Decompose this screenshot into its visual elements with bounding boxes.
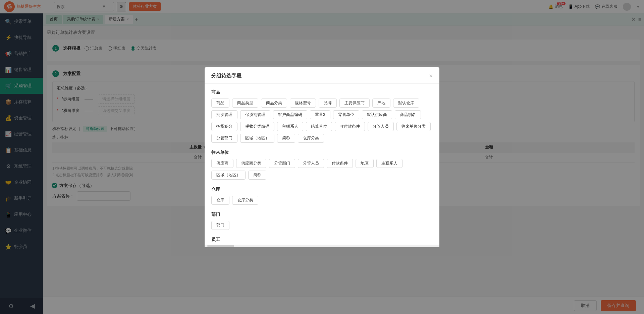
field-group-title-product: 商品 [211,89,433,95]
field-select-modal: 分组待选字段 × 商品商品商品类型商品分类规格型号品牌主要供应商产地默认仓库批次… [205,67,439,247]
field-chips-product: 商品商品类型商品分类规格型号品牌主要供应商产地默认仓库批次管理保质期管理客户商品… [211,99,433,143]
field-chip-仓库[interactable]: 仓库 [211,196,229,205]
field-chip-客户商品编码[interactable]: 客户商品编码 [273,110,307,119]
field-chip-简称[interactable]: 简称 [248,171,266,180]
modal-hscroll-thumb [207,245,234,247]
field-chip-商品[interactable]: 商品 [211,99,229,108]
field-chip-往来单位分类[interactable]: 往来单位分类 [396,122,431,131]
field-chip-分管人员[interactable]: 分管人员 [298,159,324,168]
field-group-counterparty: 往来单位供应商供应商分类分管部门分管人员付款条件地区主联系人区域（地区）简称 [211,149,433,180]
field-chip-零售单位[interactable]: 零售单位 [333,110,359,119]
modal-overlay: 分组待选字段 × 商品商品商品类型商品分类规格型号品牌主要供应商产地默认仓库批次… [0,0,644,314]
field-group-warehouse: 仓库仓库仓库分类 [211,186,433,205]
field-chip-付款条件[interactable]: 付款条件 [327,159,353,168]
field-group-employee: 员工业务员 [211,237,433,245]
field-chip-分管人员[interactable]: 分管人员 [368,122,394,131]
modal-header: 分组待选字段 × [205,67,439,84]
field-chip-部门[interactable]: 部门 [211,221,229,230]
field-chip-品牌[interactable]: 品牌 [319,99,337,108]
field-chip-区域（地区）[interactable]: 区域（地区） [211,171,246,180]
field-chip-仓库分类[interactable]: 仓库分类 [232,196,258,205]
field-chip-供应商分类[interactable]: 供应商分类 [236,159,266,168]
field-chip-主要供应商[interactable]: 主要供应商 [339,99,370,108]
field-chip-结算单位[interactable]: 结算单位 [306,122,332,131]
field-chip-重量3[interactable]: 重量3 [310,110,330,119]
field-chip-分管部门[interactable]: 分管部门 [211,134,237,143]
field-group-title-employee: 员工 [211,237,433,243]
field-group-title-counterparty: 往来单位 [211,149,433,155]
field-chip-地区[interactable]: 地区 [356,159,374,168]
field-chip-商品别名[interactable]: 商品别名 [395,110,421,119]
field-chip-商品类型[interactable]: 商品类型 [232,99,258,108]
field-chip-仓库分类[interactable]: 仓库分类 [298,134,324,143]
field-chip-批次管理[interactable]: 批次管理 [211,110,237,119]
field-group-product: 商品商品商品类型商品分类规格型号品牌主要供应商产地默认仓库批次管理保质期管理客户… [211,89,433,143]
field-chips-counterparty: 供应商供应商分类分管部门分管人员付款条件地区主联系人区域（地区）简称 [211,159,433,180]
field-group-title-department: 部门 [211,211,433,217]
field-chip-主联系人[interactable]: 主联系人 [376,159,402,168]
field-chip-主联系人[interactable]: 主联系人 [277,122,303,131]
modal-body[interactable]: 商品商品商品类型商品分类规格型号品牌主要供应商产地默认仓库批次管理保质期管理客户… [205,84,439,245]
field-group-title-warehouse: 仓库 [211,186,433,192]
field-chip-规格型号[interactable]: 规格型号 [290,99,316,108]
modal-title: 分组待选字段 [211,73,241,79]
field-chip-商品分类[interactable]: 商品分类 [261,99,287,108]
field-chip-收付款条件[interactable]: 收付款条件 [335,122,365,131]
field-chip-区域（地区）[interactable]: 区域（地区） [240,134,274,143]
field-chip-产地[interactable]: 产地 [372,99,390,108]
field-chips-warehouse: 仓库仓库分类 [211,196,433,205]
field-chip-保质期管理[interactable]: 保质期管理 [240,110,270,119]
field-chips-department: 部门 [211,221,433,230]
field-group-department: 部门部门 [211,211,433,230]
field-chip-拣货积分[interactable]: 拣货积分 [211,122,237,131]
field-chip-分管部门[interactable]: 分管部门 [269,159,295,168]
field-chip-默认仓库[interactable]: 默认仓库 [393,99,419,108]
modal-close-button[interactable]: × [429,72,433,79]
field-chip-默认供应商[interactable]: 默认供应商 [362,110,392,119]
field-chip-税收分类编码[interactable]: 税收分类编码 [240,122,274,131]
modal-hscroll [205,245,439,247]
field-chip-简称[interactable]: 简称 [277,134,295,143]
field-chip-供应商[interactable]: 供应商 [211,159,233,168]
